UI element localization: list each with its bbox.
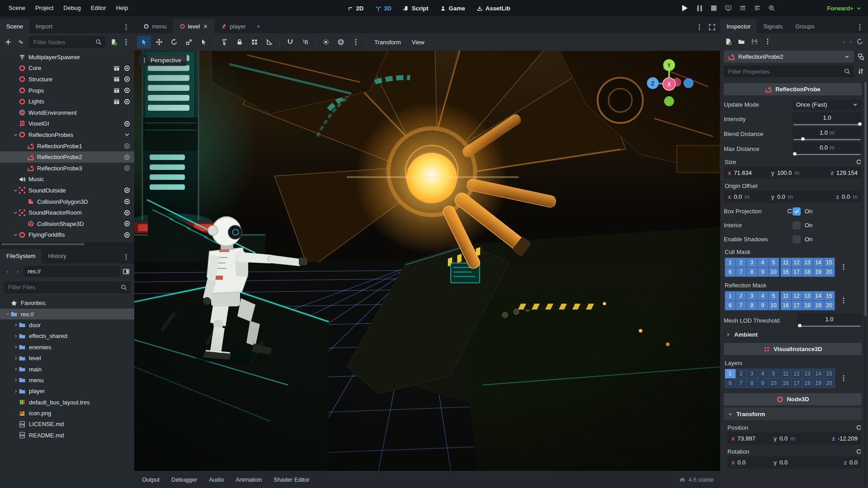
size-vector-field[interactable]: x71.634 y100.0m z129.154 (724, 167, 862, 179)
visibility-toggle-icon[interactable] (123, 220, 131, 227)
scene-tree-node[interactable]: ReflectionProbe2 (0, 151, 134, 163)
visibility-toggle-icon[interactable] (123, 75, 131, 83)
layer-bit-7[interactable]: 7 (736, 267, 747, 277)
node3d-category-header[interactable]: Node3D (724, 393, 862, 405)
scene-tree-node[interactable]: WorldEnvironment (0, 107, 134, 118)
layer-bit-4[interactable]: 4 (757, 291, 769, 301)
scene-tree-node[interactable]: ReflectionProbes (0, 129, 134, 141)
history-back-icon[interactable]: ‹ (843, 38, 845, 45)
ruler-tool-button[interactable] (262, 36, 276, 49)
node-selector[interactable]: ReflectionProbe2 (724, 51, 854, 63)
filter-nodes-input[interactable] (29, 36, 105, 48)
file-tree-item[interactable]: LICENSE.md (0, 419, 134, 430)
tab-history[interactable]: History (42, 249, 72, 263)
layer-bit-18[interactable]: 18 (802, 267, 813, 277)
scene-tree-node[interactable]: Structure (0, 74, 134, 85)
select-tool-button[interactable] (137, 36, 151, 49)
visibility-toggle-icon[interactable] (123, 87, 131, 94)
layer-bit-12[interactable]: 12 (791, 291, 802, 301)
dock-menu-icon[interactable] (123, 23, 130, 31)
file-tree-folder[interactable]: enemies (0, 342, 134, 352)
distraction-free-icon[interactable] (708, 23, 716, 31)
layer-bit-12[interactable]: 12 (791, 258, 802, 267)
snap-tool-button[interactable] (283, 36, 297, 49)
scene-tree-node[interactable]: Core (0, 63, 134, 74)
tab-filesystem[interactable]: FileSystem (0, 249, 42, 263)
attach-script-button[interactable] (109, 37, 118, 47)
scene-tree-node[interactable]: ReflectionProbe3 (0, 163, 134, 174)
layer-bit-14[interactable]: 14 (813, 291, 824, 301)
layer-bit-19[interactable]: 19 (813, 267, 824, 277)
history-icon[interactable] (856, 38, 863, 45)
expander[interactable] (12, 188, 19, 193)
play-button[interactable] (681, 4, 689, 12)
filter-files-input[interactable] (4, 282, 131, 293)
play-custom-scene-button[interactable] (753, 4, 761, 12)
layer-bit-4[interactable]: 4 (757, 369, 769, 379)
menu-help[interactable]: Help (111, 2, 133, 14)
dock-menu-icon[interactable] (123, 253, 130, 261)
layer-bit-11[interactable]: 11 (780, 369, 792, 379)
layer-bit-12[interactable]: 12 (791, 369, 802, 379)
mask-menu-icon[interactable] (840, 263, 847, 271)
file-tree-item[interactable]: icon.png (0, 408, 134, 418)
new-scene-tab-button[interactable]: + (252, 19, 265, 33)
transform-list-tool-button[interactable] (217, 36, 231, 49)
ambient-section[interactable]: Ambient (724, 328, 862, 341)
bottom-panel-shader-editor[interactable]: Shader Editor (268, 471, 316, 488)
path-field[interactable]: res:// (24, 266, 120, 277)
scene-tree-node[interactable]: CollisionPolygon3D (0, 196, 134, 207)
mask-menu-icon[interactable] (840, 297, 847, 304)
layer-bit-20[interactable]: 20 (824, 300, 835, 310)
visibility-toggle-icon[interactable] (123, 231, 131, 239)
layer-bit-8[interactable]: 8 (746, 300, 758, 310)
layer-bit-10[interactable]: 10 (768, 378, 779, 388)
scene-tree-node[interactable]: MultiplayerSpawner (0, 52, 134, 63)
dock-menu-icon[interactable] (856, 23, 863, 31)
save-resource-icon[interactable] (751, 38, 758, 45)
layer-bit-6[interactable]: 6 (725, 300, 736, 310)
viewport-menu-transform[interactable]: Transform (369, 39, 406, 46)
rotate-tool-button[interactable] (167, 36, 181, 49)
visibility-toggle-icon[interactable] (123, 164, 131, 172)
file-tree-folder[interactable]: menu (0, 375, 134, 385)
tab-signals[interactable]: Signals (757, 19, 789, 33)
file-tree-folder[interactable]: effects_shared (0, 331, 134, 342)
file-tree-folder[interactable]: player (0, 386, 134, 397)
menu-editor[interactable]: Editor (86, 2, 111, 14)
expander[interactable] (12, 132, 19, 137)
workspace-3d[interactable]: 3D (371, 2, 396, 14)
scale-tool-button[interactable] (182, 36, 196, 49)
box-projection-checkbox[interactable] (793, 207, 801, 216)
file-tree-item[interactable]: default_bus_layout.tres (0, 397, 134, 408)
open-instanced-scene-icon[interactable] (113, 98, 120, 105)
layer-bit-14[interactable]: 14 (813, 369, 824, 379)
layer-bit-15[interactable]: 15 (824, 258, 835, 267)
workspace-game[interactable]: Game (436, 2, 470, 14)
file-tree-folder[interactable]: level (0, 352, 134, 363)
resource-menu-icon[interactable] (764, 38, 771, 45)
layer-bit-13[interactable]: 13 (802, 258, 813, 267)
revert-icon[interactable] (856, 449, 862, 455)
layer-bit-14[interactable]: 14 (813, 258, 824, 267)
visual-instance-category-header[interactable]: VisualInstance3D (724, 343, 862, 355)
visibility-toggle-icon[interactable] (123, 209, 131, 216)
layer-bit-16[interactable]: 16 (780, 267, 792, 277)
open-docs-icon[interactable] (857, 53, 864, 61)
max-distance-slider[interactable] (793, 154, 861, 155)
open-instanced-scene-icon[interactable] (113, 65, 120, 72)
view-axis-gizmo[interactable]: Y Z X (643, 56, 697, 109)
visibility-toggle-icon[interactable] (123, 65, 131, 72)
more-tool-button[interactable] (349, 36, 363, 49)
scene-tree-node[interactable]: SoundOutside (0, 185, 134, 196)
layer-bit-1[interactable]: 1 (725, 258, 736, 267)
tab-groups[interactable]: Groups (789, 19, 821, 33)
menu-project[interactable]: Project (30, 2, 58, 14)
position-vector-field[interactable]: x73.997 y0.0m z-12.209 (727, 432, 862, 445)
new-resource-icon[interactable] (725, 38, 732, 45)
layer-bit-3[interactable]: 3 (746, 291, 758, 301)
intensity-field[interactable]: 1.0 (793, 112, 862, 123)
remote-play-button[interactable] (724, 4, 732, 12)
menu-debug[interactable]: Debug (58, 2, 85, 14)
layer-bit-9[interactable]: 9 (757, 378, 769, 388)
